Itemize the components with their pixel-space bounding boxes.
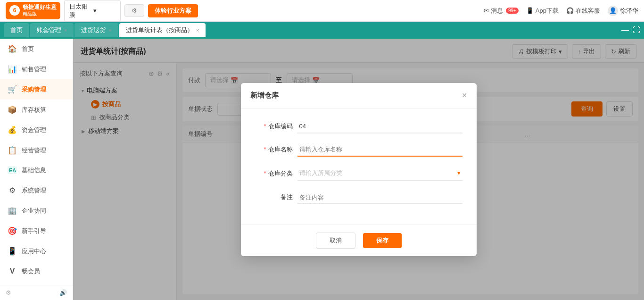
operations-icon: 📋 — [8, 146, 17, 155]
sidebar-vip-label: 畅会员 — [22, 267, 40, 275]
basic-info-icon: EA — [8, 167, 17, 174]
sidebar-item-finance[interactable]: 💰 资金管理 — [0, 120, 73, 140]
tab-minimize-icon[interactable]: — — [621, 26, 629, 34]
sidebar-guide-label: 新手引导 — [22, 227, 46, 235]
headset-icon: 🎧 — [566, 7, 574, 14]
tab-purchase-stats[interactable]: 进货单统计表（按商品） × — [119, 23, 206, 37]
save-btn[interactable]: 保存 — [363, 233, 402, 248]
main-layout: 🏠 首页 📊 销售管理 🛒 采购管理 📦 库存核算 💰 资金管理 📋 经营管理 … — [0, 39, 644, 300]
modal-body: 仓库编码 仓库名称 仓库分类 请输入所属分类 ▾ — [241, 108, 477, 225]
form-row-notes: 备注 — [255, 191, 462, 204]
app-label: App下载 — [536, 7, 559, 15]
purchase-icon: 🛒 — [8, 85, 17, 94]
inventory-icon: 📦 — [8, 105, 17, 114]
settings-btn[interactable]: ⚙ — [124, 4, 144, 17]
sidebar-item-basic-info[interactable]: EA 基础信息 — [0, 160, 73, 180]
sidebar-enterprise-label: 企业协同 — [22, 207, 46, 215]
modal-header: 新增仓库 × — [241, 83, 477, 108]
sidebar-item-guide[interactable]: 🎯 新手引导 — [0, 221, 73, 241]
warehouse-name-input[interactable] — [297, 143, 462, 157]
warehouse-notes-input[interactable] — [297, 191, 462, 204]
tab-purchase-stats-close[interactable]: × — [196, 27, 199, 33]
content-area: 进货单统计(按商品) 🖨 按模板打印 ▾ ↑ 导出 ↻ 刷新 — [73, 39, 644, 300]
sidebar-home-label: 首页 — [22, 45, 34, 53]
avatar-icon: 👤 — [608, 6, 618, 16]
sidebar-item-operations[interactable]: 📋 经营管理 — [0, 140, 73, 160]
sidebar-item-vip[interactable]: V 畅会员 — [0, 261, 73, 281]
finance-icon: 💰 — [8, 125, 17, 134]
form-label-name: 仓库名称 — [255, 145, 293, 154]
user-name: 徐泽华 — [620, 7, 638, 15]
sidebar-sales-label: 销售管理 — [22, 65, 46, 74]
sidebar-item-purchase[interactable]: 🛒 采购管理 — [0, 79, 73, 100]
form-label-notes: 备注 — [255, 193, 293, 201]
tab-maximize-icon[interactable]: ⛶ — [633, 26, 640, 34]
modal-overlay: 新增仓库 × 仓库编码 仓库名称 仓库分类 — [73, 39, 644, 300]
tab-purchase-return-close[interactable]: × — [108, 27, 111, 33]
tabbar-right: — ⛶ — [621, 26, 640, 34]
store-selector[interactable]: 日太阳膜 ▾ — [64, 0, 121, 22]
sidebar-item-system[interactable]: ⚙ 系统管理 — [0, 180, 73, 200]
sidebar-inventory-label: 库存核算 — [22, 106, 46, 114]
service-label: 在线客服 — [576, 7, 600, 15]
sidebar-item-enterprise[interactable]: 🏢 企业协同 — [0, 200, 73, 221]
home-icon: 🏠 — [8, 44, 17, 53]
form-label-category: 仓库分类 — [255, 169, 293, 178]
sidebar-operations-label: 经营管理 — [22, 146, 46, 155]
message-btn[interactable]: ✉ 消息 99+ — [484, 7, 519, 15]
message-label: 消息 — [491, 7, 503, 15]
sidebar-settings-icon[interactable]: ⚙ — [6, 289, 11, 296]
tab-home[interactable]: 首页 — [4, 23, 29, 37]
system-icon: ⚙ — [8, 186, 17, 195]
sidebar-sound-icon[interactable]: 🔊 — [59, 289, 67, 296]
cancel-btn[interactable]: 取消 — [316, 233, 355, 249]
logo-text: 畅捷通好生意 — [23, 4, 57, 10]
online-service-btn[interactable]: 🎧 在线客服 — [566, 7, 600, 15]
modal-close-btn[interactable]: × — [462, 91, 467, 100]
modal-footer: 取消 保存 — [241, 225, 477, 256]
form-row-name: 仓库名称 — [255, 143, 462, 157]
message-badge: 99+ — [506, 8, 519, 14]
logo-icon: 6 — [9, 5, 20, 16]
sidebar-item-sales[interactable]: 📊 销售管理 — [0, 59, 73, 79]
category-placeholder: 请输入所属分类 — [299, 169, 457, 177]
sidebar-finance-label: 资金管理 — [22, 126, 46, 134]
warehouse-code-input[interactable] — [297, 120, 462, 133]
sidebar-item-home[interactable]: 🏠 首页 — [0, 39, 73, 59]
tab-purchase-return-label: 进货退货 — [81, 26, 106, 34]
app-icon: 📱 — [526, 7, 534, 14]
topbar: 6 畅捷通好生意 精品版 日太阳膜 ▾ ⚙ 体验行业方案 ✉ 消息 99+ 📱 … — [0, 0, 644, 22]
category-dropdown-icon: ▾ — [457, 169, 461, 176]
trial-btn[interactable]: 体验行业方案 — [148, 4, 198, 17]
sidebar-item-inventory[interactable]: 📦 库存核算 — [0, 100, 73, 120]
modal-add-warehouse: 新增仓库 × 仓库编码 仓库名称 仓库分类 — [241, 83, 477, 256]
sidebar-basic-info-label: 基础信息 — [22, 166, 46, 175]
logo: 6 畅捷通好生意 精品版 — [6, 2, 60, 19]
sidebar-apps-label: 应用中心 — [22, 247, 46, 256]
user-avatar[interactable]: 👤 徐泽华 — [608, 6, 638, 16]
warehouse-category-select[interactable]: 请输入所属分类 ▾ — [297, 166, 462, 181]
tab-accounts-label: 账套管理 — [37, 26, 61, 34]
apps-icon: 📱 — [8, 247, 17, 256]
tab-purchase-stats-label: 进货单统计表（按商品） — [126, 26, 193, 34]
vip-icon: V — [8, 267, 17, 275]
tabbar: 首页 账套管理 × 进货退货 × 进货单统计表（按商品） × — ⛶ — [0, 22, 644, 39]
sidebar-item-apps[interactable]: 📱 应用中心 — [0, 241, 73, 261]
topbar-right: ✉ 消息 99+ 📱 App下载 🎧 在线客服 👤 徐泽华 — [484, 6, 638, 16]
sidebar-purchase-label: 采购管理 — [22, 85, 46, 94]
modal-title: 新增仓库 — [250, 91, 279, 100]
sidebar: 🏠 首页 📊 销售管理 🛒 采购管理 📦 库存核算 💰 资金管理 📋 经营管理 … — [0, 39, 73, 300]
tab-purchase-return[interactable]: 进货退货 × — [74, 23, 118, 37]
form-row-category: 仓库分类 请输入所属分类 ▾ — [255, 166, 462, 181]
form-row-code: 仓库编码 — [255, 120, 462, 133]
sales-icon: 📊 — [8, 65, 17, 74]
tab-accounts[interactable]: 账套管理 × — [30, 23, 74, 37]
sidebar-system-label: 系统管理 — [22, 186, 46, 195]
logo-sub: 精品版 — [23, 11, 57, 17]
form-label-code: 仓库编码 — [255, 122, 293, 131]
guide-icon: 🎯 — [8, 226, 17, 235]
app-download-btn[interactable]: 📱 App下载 — [526, 7, 559, 15]
tab-accounts-close[interactable]: × — [64, 27, 67, 33]
message-icon: ✉ — [484, 7, 489, 14]
enterprise-icon: 🏢 — [8, 206, 17, 215]
